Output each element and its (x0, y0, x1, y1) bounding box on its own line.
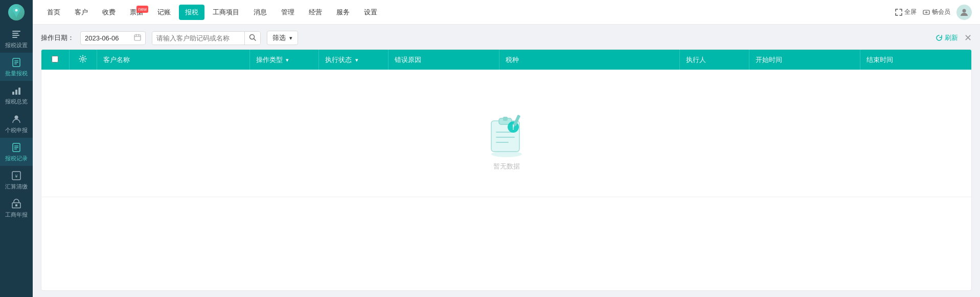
date-picker[interactable] (80, 31, 146, 45)
empty-state: ! 暂无数据 (48, 75, 965, 192)
nav-item-xiaoxi[interactable]: 消息 (247, 5, 273, 20)
table-body: ! 暂无数据 (41, 70, 971, 197)
sidebar-item-baoshuishezhi[interactable]: 报税设置 (0, 25, 33, 53)
sidebar-item-piliangshuibao-label: 批量报税 (5, 70, 28, 77)
geshuishenb-icon (11, 114, 22, 125)
empty-state-row: ! 暂无数据 (41, 70, 971, 197)
sidebar-item-baoshuizonglan[interactable]: 报税总览 (0, 81, 33, 109)
fullscreen-icon (895, 9, 902, 16)
nav-item-jingying[interactable]: 经营 (303, 5, 328, 20)
svg-point-22 (963, 9, 966, 12)
page-content: 操作日期： (33, 25, 980, 297)
th-executor: 执行人 (680, 50, 749, 70)
sidebar-item-huisuanjiaona[interactable]: ¥ 汇算清缴 (0, 166, 33, 194)
sidebar-item-geshuishenb-label: 个税申报 (5, 127, 28, 134)
member-button[interactable]: 畅会员 (923, 8, 950, 16)
search-icon (249, 34, 256, 41)
baoshuishezhi-icon (11, 29, 22, 40)
sidebar-item-piliangshuibao[interactable]: 批量报税 (0, 53, 33, 81)
th-status[interactable]: 执行状态 ▾ (319, 50, 389, 70)
main-area: 首页 客户 收费 票据 new 记账 报税 工商项目 消息 (33, 0, 980, 297)
date-input[interactable] (85, 34, 131, 42)
baoshuizonglan-icon (11, 85, 22, 96)
sidebar-item-huisuanjiaona-label: 汇算清缴 (5, 183, 28, 190)
user-icon (960, 8, 969, 17)
search-button[interactable] (244, 32, 260, 45)
nav-item-shoufei[interactable]: 收费 (96, 5, 122, 20)
sidebar-item-baoshuizonglan-label: 报税总览 (5, 98, 28, 105)
svg-line-28 (254, 38, 256, 40)
toolbar-right: 刷新 ✕ (936, 33, 972, 43)
nav-item-jizhang[interactable]: 记账 (151, 5, 177, 20)
svg-rect-1 (12, 31, 20, 32)
chevron-down-icon: ▾ (289, 35, 292, 41)
svg-rect-8 (14, 63, 17, 65)
date-label: 操作日期： (41, 33, 74, 43)
logo-icon (8, 4, 25, 20)
topnav-right: 全屏 畅会员 (895, 5, 972, 20)
svg-rect-7 (14, 62, 18, 63)
svg-rect-3 (12, 35, 19, 36)
select-all-checkbox[interactable] (52, 56, 58, 62)
nav-item-shouye[interactable]: 首页 (41, 5, 66, 20)
svg-point-30 (491, 151, 522, 157)
svg-rect-4 (12, 37, 17, 38)
sidebar-item-gongshangnianb-label: 工商年报 (5, 211, 28, 218)
svg-rect-9 (12, 92, 14, 95)
sidebar-item-baoshuijilu[interactable]: 报税记录 (0, 138, 33, 166)
user-avatar[interactable] (956, 5, 972, 20)
svg-rect-10 (15, 90, 17, 95)
sidebar-item-gongshangnianb[interactable]: 工商年报 (0, 194, 33, 222)
svg-rect-23 (134, 35, 141, 40)
nav-item-baoshui[interactable]: 报税 (179, 5, 204, 20)
baoshuijilu-icon (11, 142, 22, 153)
svg-rect-20 (15, 204, 17, 206)
gongshangnianb-icon (11, 198, 22, 209)
svg-text:¥: ¥ (14, 173, 18, 178)
svg-point-0 (15, 9, 18, 12)
search-wrapper (152, 31, 261, 45)
sidebar-item-baoshuishezhi-label: 报税设置 (5, 42, 28, 49)
toolbar: 操作日期： (41, 31, 972, 45)
th-endtime: 结束时间 (860, 50, 971, 70)
nav-item-gongshang[interactable]: 工商项目 (207, 5, 245, 20)
huisuanjiaona-icon: ¥ (11, 170, 22, 181)
nav-item-guanli[interactable]: 管理 (275, 5, 301, 20)
th-customer: 客户名称 (97, 50, 250, 70)
svg-rect-11 (18, 88, 20, 95)
sidebar: 报税设置 批量报税 报税总览 (0, 0, 33, 297)
sidebar-item-geshuishenb[interactable]: 个税申报 (0, 110, 33, 138)
piliangshuibao-icon (11, 57, 22, 68)
nav-item-kehu[interactable]: 客户 (69, 5, 94, 20)
optype-filter-icon: ▾ (286, 57, 289, 63)
empty-text: 暂无数据 (493, 162, 520, 171)
svg-rect-33 (503, 117, 508, 121)
nav-item-fuwu[interactable]: 服务 (330, 5, 356, 20)
refresh-button[interactable]: 刷新 (936, 33, 958, 43)
nav-item-piaoju[interactable]: 票据 new (124, 5, 149, 20)
refresh-icon (936, 34, 943, 41)
calendar-icon[interactable] (134, 34, 141, 43)
close-button[interactable]: ✕ (964, 33, 972, 43)
th-starttime: 开始时间 (749, 50, 860, 70)
sidebar-item-baoshuijilu-label: 报税记录 (5, 155, 28, 162)
status-filter-icon: ▾ (355, 57, 358, 63)
top-navigation: 首页 客户 收费 票据 new 记账 报税 工商项目 消息 (33, 0, 980, 25)
th-checkbox[interactable] (41, 50, 69, 70)
search-input[interactable] (152, 32, 244, 44)
table-header-row: 客户名称 操作类型 ▾ 执行状态 ▾ 错误原因 税种 执行人 开始时间 (41, 50, 971, 70)
th-taxtype: 税种 (499, 50, 680, 70)
nav-item-shezhi[interactable]: 设置 (358, 5, 383, 20)
settings-icon (79, 55, 87, 63)
fullscreen-button[interactable]: 全屏 (895, 8, 917, 16)
svg-point-29 (82, 58, 84, 60)
member-icon (923, 9, 930, 16)
data-table: 客户名称 操作类型 ▾ 执行状态 ▾ 错误原因 税种 执行人 开始时间 (41, 50, 971, 197)
svg-rect-6 (14, 60, 18, 61)
sidebar-logo (0, 0, 33, 25)
data-table-wrapper: 客户名称 操作类型 ▾ 执行状态 ▾ 错误原因 税种 执行人 开始时间 (41, 49, 972, 291)
th-optype[interactable]: 操作类型 ▾ (249, 50, 319, 70)
filter-button[interactable]: 筛选 ▾ (267, 31, 298, 45)
th-reason: 错误原因 (389, 50, 499, 70)
th-settings[interactable] (69, 50, 97, 70)
